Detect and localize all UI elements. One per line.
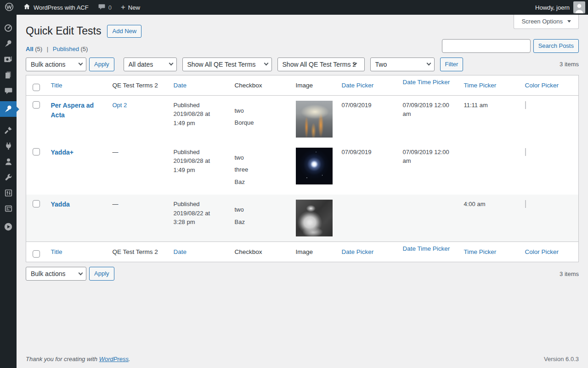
- post-title-link[interactable]: Yadda+: [51, 149, 74, 156]
- sort-color-picker-link[interactable]: Color Picker: [525, 82, 559, 89]
- sort-date-time-picker-link[interactable]: Date Time Picker: [403, 245, 450, 252]
- row-checkbox[interactable]: [33, 101, 40, 109]
- sidebar-item-pages[interactable]: [0, 67, 17, 83]
- sidebar-item-quick-edit-tests[interactable]: [0, 101, 17, 117]
- table-row: Per Aspera ad Acta Opt 2 Published 2019/…: [26, 95, 579, 143]
- admin-bar-left: WordPress with ACF 0 + New: [0, 0, 145, 15]
- date-picker-value: 07/09/2019: [342, 102, 372, 109]
- view-separator: |: [47, 46, 48, 52]
- select-all-checkbox[interactable]: [33, 84, 40, 91]
- sidebar-item-comments[interactable]: [0, 83, 17, 98]
- post-title-link[interactable]: Per Aspera ad Acta: [51, 102, 94, 119]
- filter-button[interactable]: Filter: [440, 58, 464, 71]
- comments-shortcut[interactable]: 0: [93, 0, 116, 15]
- comments-icon: [4, 86, 13, 95]
- pushpin-icon: [4, 39, 13, 48]
- column-header-qe-terms-2: QE Test Terms 2: [108, 75, 169, 95]
- column-header-color-picker: Color Picker: [520, 75, 579, 95]
- apply-button[interactable]: Apply: [89, 267, 114, 281]
- search-input[interactable]: [442, 39, 531, 53]
- version-label: Version 6.0.3: [544, 356, 579, 362]
- table-row: Yadda — Published 2019/08/22 at 3:28 pm …: [26, 195, 579, 242]
- third-filter-select[interactable]: Two: [370, 58, 435, 71]
- sidebar-item-plugins[interactable]: [0, 138, 17, 154]
- post-date: Published 2019/08/28 at 1:49 pm: [174, 101, 220, 128]
- sidebar-item-appearance[interactable]: [0, 122, 17, 138]
- bulk-actions-select[interactable]: Bulk actions: [26, 267, 86, 281]
- sidebar-item-settings[interactable]: [0, 185, 17, 201]
- admin-bar: WordPress with ACF 0 + New Howdy, joern: [0, 0, 588, 15]
- wordpress-link[interactable]: WordPress: [99, 356, 129, 362]
- post-title-link[interactable]: Yadda: [51, 201, 70, 208]
- admin-bar-right: Howdy, joern: [535, 1, 588, 13]
- page-header: Quick Edit Tests Add New: [26, 24, 579, 38]
- apply-button[interactable]: Apply: [89, 58, 114, 71]
- sidebar-item-custom-fields[interactable]: [0, 201, 17, 216]
- table-header-row: Title QE Test Terms 2 Date Checkbox Imag…: [26, 75, 579, 95]
- wordpress-logo-icon: [5, 2, 14, 13]
- sort-date-picker-link[interactable]: Date Picker: [342, 248, 374, 255]
- column-footer-time-picker: Time Picker: [459, 242, 520, 262]
- chevron-down-icon: [426, 61, 431, 66]
- sidebar-item-video[interactable]: [0, 219, 17, 235]
- add-new-button[interactable]: Add New: [107, 25, 141, 38]
- term-empty-dash: —: [113, 201, 119, 207]
- view-published-link[interactable]: Published: [53, 46, 79, 52]
- screen-options-button[interactable]: Screen Options: [514, 15, 579, 29]
- admin-sidebar: [0, 15, 17, 368]
- term-link[interactable]: Opt 2: [113, 102, 127, 109]
- qe-terms2-filter-select[interactable]: Show All QE Test Terms 2: [277, 58, 365, 71]
- column-header-checkbox: Checkbox: [230, 75, 291, 95]
- date-time-picker-value: 07/09/2019 12:00 am: [403, 148, 455, 166]
- chevron-down-icon: [79, 61, 83, 66]
- sort-date-link[interactable]: Date: [174, 82, 187, 89]
- sort-date-time-picker-link[interactable]: Date Time Picker: [403, 79, 450, 86]
- caret-down-icon: [567, 20, 571, 23]
- post-thumbnail-city-lights: [296, 101, 333, 138]
- sidebar-item-dashboard[interactable]: [0, 20, 17, 36]
- site-name-link[interactable]: WordPress with ACF: [18, 0, 93, 15]
- column-footer-title: Title: [46, 242, 108, 262]
- term-empty-dash: —: [113, 149, 119, 155]
- wordpress-logo-menu[interactable]: [0, 0, 18, 15]
- view-all-link[interactable]: All: [26, 46, 34, 52]
- sort-date-link[interactable]: Date: [174, 248, 187, 255]
- howdy-account-link[interactable]: Howdy, joern: [535, 4, 570, 11]
- post-date: Published 2019/08/28 at 1:49 pm: [174, 148, 220, 175]
- search-box: Search Posts: [442, 39, 579, 53]
- date-filter-select[interactable]: All dates: [124, 58, 177, 71]
- checkbox-field-values: two Baz: [235, 205, 287, 226]
- sort-title-link[interactable]: Title: [51, 248, 62, 255]
- site-name-label: WordPress with ACF: [34, 4, 89, 11]
- sidebar-item-media[interactable]: [0, 52, 17, 67]
- items-count: 3 items: [560, 270, 579, 277]
- new-content-menu[interactable]: + New: [116, 0, 145, 15]
- sort-time-picker-link[interactable]: Time Picker: [464, 82, 497, 89]
- user-icon: [4, 157, 13, 166]
- plug-icon: [4, 142, 13, 150]
- tablenav-bottom: Bulk actions Apply 3 items: [26, 267, 579, 281]
- qe-terms-filter-select[interactable]: Show All QE Test Terms: [182, 58, 272, 71]
- posts-list-table: Title QE Test Terms 2 Date Checkbox Imag…: [26, 75, 579, 263]
- bulk-actions-select[interactable]: Bulk actions: [26, 58, 86, 71]
- sort-date-picker-link[interactable]: Date Picker: [342, 82, 374, 89]
- column-header-date-time-picker: Date Time Picker: [398, 75, 459, 95]
- chevron-down-icon: [79, 270, 83, 275]
- table-row: Yadda+ — Published 2019/08/28 at 1:49 pm…: [26, 143, 579, 195]
- row-checkbox[interactable]: [33, 148, 40, 155]
- plus-icon: +: [121, 3, 125, 11]
- sort-time-picker-link[interactable]: Time Picker: [464, 248, 497, 255]
- pushpin-active-icon: [4, 104, 13, 114]
- avatar[interactable]: [573, 1, 585, 13]
- sidebar-item-posts[interactable]: [0, 36, 17, 52]
- sidebar-item-users[interactable]: [0, 154, 17, 169]
- sliders-icon: [4, 189, 13, 197]
- select-all-checkbox[interactable]: [33, 250, 40, 258]
- sort-color-picker-link[interactable]: Color Picker: [525, 248, 559, 255]
- row-checkbox[interactable]: [33, 200, 40, 207]
- search-posts-button[interactable]: Search Posts: [533, 39, 579, 53]
- column-header-title: Title: [46, 75, 108, 95]
- column-header-image: Image: [291, 75, 337, 95]
- sidebar-item-tools[interactable]: [0, 169, 17, 185]
- sort-title-link[interactable]: Title: [51, 82, 62, 89]
